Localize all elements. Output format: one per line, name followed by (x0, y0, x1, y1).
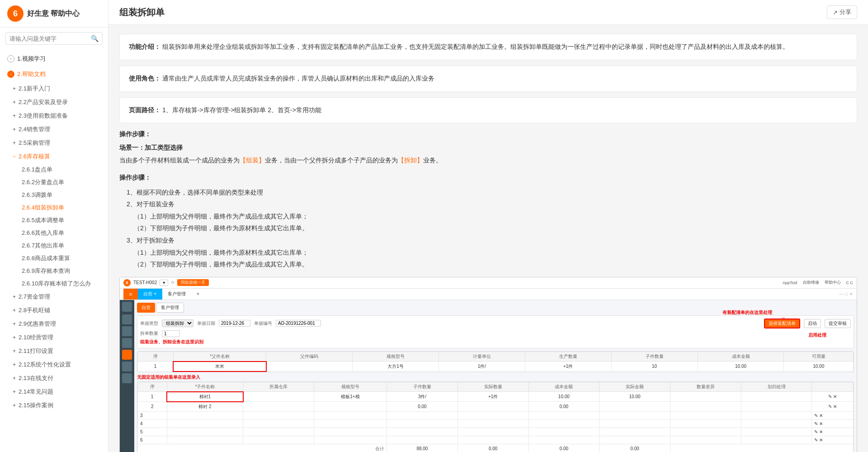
nav-section: + 1.视频学习 − 2.帮助文档 + 2.1新手入门 + 2.2产品安装及登录… (0, 49, 108, 414)
nav-toggle[interactable]: ≡ (123, 289, 138, 300)
cell-spec: 大方1号 (353, 362, 439, 371)
col-parent-name: *父件名称 (173, 352, 266, 362)
action-btn[interactable]: 启动 (804, 319, 821, 328)
lower-col-child-qty: 子件数量 (387, 382, 458, 392)
sidebar-item-22-label: 2.2产品安装及登录 (19, 98, 68, 106)
arrow-icon: → (780, 314, 786, 321)
role-label: 使用角色： (129, 75, 160, 82)
tab-more[interactable]: + (191, 289, 205, 300)
sub-label: 拆单数量 (140, 330, 158, 337)
form-area: 有装配清单的在这里处理 → 单据类型 组装拆卸 单据日期 单据编号 (137, 315, 854, 348)
sidebar-item-265[interactable]: 2.6.5成本调整单 (0, 214, 108, 227)
sidebar-item-269[interactable]: 2.6.9库存账本查询 (0, 265, 108, 277)
sidebar-item-212[interactable]: + 2.12系统个性化设置 (0, 358, 108, 371)
lower-table-wrap: 序 *子件名称 所属仓库 规格型号 子件数量 实际数量 成本金额 实际金额 数量 (137, 381, 854, 452)
logo-icon: 6 (7, 5, 24, 22)
tab-customer[interactable]: 客户管理 (162, 289, 191, 300)
footer-total3: 0.00 (528, 444, 599, 452)
submit-btn[interactable]: 提交审核 (825, 319, 851, 328)
plus-icon: + (13, 362, 16, 368)
promo-btn[interactable]: 同款游戏一天 (177, 279, 209, 286)
sidebar-item-27[interactable]: + 2.7资金管理 (0, 290, 108, 304)
annotation1: 有装配清单的在这里处理 (722, 309, 772, 316)
sidebar-item-268[interactable]: 2.6.8商品成本重算 (0, 252, 108, 265)
scene1-steps-title: 操作步骤： (119, 174, 857, 182)
sidebar-item-25[interactable]: + 2.5采购管理 (0, 136, 108, 150)
sidebar-item-2610[interactable]: 2.6.10库存账本错了怎么办 (0, 277, 108, 290)
sidebar-icon-3[interactable] (122, 326, 132, 336)
close-icon[interactable]: ✕ (849, 292, 853, 296)
type-label: 单据类型 (140, 320, 158, 327)
sidebar-icon-6[interactable] (122, 362, 132, 371)
share-button[interactable]: ↗ 分享 (827, 5, 857, 19)
sidebar-docs-label: 2.帮助文档 (17, 70, 46, 78)
sidebar-icon-4[interactable] (122, 338, 132, 348)
self-service-link[interactable]: 自助维修 (803, 280, 819, 285)
search-input[interactable] (9, 35, 91, 42)
sidebar-item-29[interactable]: + 2.9优惠券管理 (0, 317, 108, 331)
sidebar-item-23[interactable]: + 2.3使用前数据准备 (0, 109, 108, 123)
table-row: 1 棉衬1 模板1+模 3件/ +1件 10.00 10.00 (138, 392, 854, 402)
table-row: 6✎ ✕ (138, 436, 854, 444)
minus-icon: − (13, 153, 16, 160)
sidebar-header: 6 好生意 帮助中心 (0, 0, 108, 28)
sidebar-item-24[interactable]: + 2.4销售管理 (0, 123, 108, 136)
tab-close-icon[interactable]: ✕ (154, 292, 157, 296)
date-input[interactable] (219, 320, 250, 327)
sidebar-item-26-label: 2.6库存核算 (19, 152, 50, 161)
subtab-local-cache[interactable]: 自营 (137, 303, 155, 313)
sidebar-icon-1[interactable] (122, 302, 132, 312)
sidebar-item-210[interactable]: + 2.10经营管理 (0, 331, 108, 344)
no-input[interactable] (276, 320, 321, 327)
sidebar-item-21[interactable]: + 2.1新手入门 (0, 82, 108, 95)
sidebar-item-24-label: 2.4销售管理 (19, 125, 50, 133)
sidebar-item-214[interactable]: + 2.14常见问题 (0, 385, 108, 399)
cell-child-qty: 10 (611, 362, 698, 371)
user-icon[interactable]: C C (846, 281, 854, 285)
sidebar-item-261[interactable]: 2.6.1盘点单 (0, 163, 108, 176)
sidebar-item-263[interactable]: 2.6.3调拨单 (0, 189, 108, 201)
sidebar-item-264[interactable]: 2.6.4组装拆卸单 (0, 201, 108, 214)
sidebar-item-videos[interactable]: + 1.视频学习 (0, 51, 108, 67)
lower-cell-ops[interactable]: ✎ ✕ (812, 392, 854, 402)
logo-text: 好生意 帮助中心 (27, 9, 80, 19)
sidebar-item-21-label: 2.1新手入门 (19, 85, 50, 93)
help-link[interactable]: 帮助中心 (825, 280, 841, 285)
footer-total1: 88.00 (387, 444, 458, 452)
path-card: 页面路径： 1、库存核算->库存管理->组装拆卸单 2、首页->常用功能 (119, 97, 857, 124)
sidebar-icon-5-active[interactable] (122, 350, 132, 360)
lower-table-body: 1 棉衬1 模板1+模 3件/ +1件 10.00 10.00 (138, 392, 854, 444)
minimize-icon[interactable]: — (840, 292, 844, 296)
sidebar-item-28[interactable]: + 2.8手机旺铺 (0, 304, 108, 317)
no-label: 单据编号 (254, 320, 272, 327)
sidebar-item-215[interactable]: + 2.15操作案例 (0, 399, 108, 412)
sidebar-item-26[interactable]: − 2.6库存核算 (0, 150, 108, 163)
tab-zying[interactable]: 自营 ✕ (138, 289, 162, 300)
subtab-other-cache[interactable]: 客户管理 (156, 303, 184, 313)
search-box[interactable]: 🔍 (5, 32, 103, 45)
apptool-link[interactable]: AppTool (783, 281, 797, 285)
search-icon[interactable]: 🔍 (91, 35, 99, 42)
refresh-icon: ⟳ (171, 280, 175, 285)
sidebar-item-22[interactable]: + 2.2产品安装及登录 (0, 95, 108, 109)
sidebar-item-23-label: 2.3使用前数据准备 (19, 112, 68, 120)
sidebar-item-213[interactable]: + 2.13在线支付 (0, 371, 108, 385)
col-spec: 规格型号 (353, 352, 439, 362)
sidebar-icon-2[interactable] (122, 314, 132, 324)
sidebar-item-211[interactable]: + 2.11打印设置 (0, 344, 108, 358)
maximize-icon[interactable]: □ (845, 292, 848, 296)
sidebar-item-262[interactable]: 2.6.2分量盘点单 (0, 176, 108, 189)
lower-col-ops (812, 382, 854, 392)
sidebar-item-docs[interactable]: − 2.帮助文档 (0, 67, 108, 82)
sidebar-item-267[interactable]: 2.6.7其他出库单 (0, 239, 108, 252)
table-row: 1 米米 大方1号 1件/ +1件 10 10.00 10.00 (138, 362, 854, 371)
sidebar-item-266[interactable]: 2.6.6其他入库单 (0, 227, 108, 239)
plus-icon: + (13, 113, 16, 119)
cell-cost: 10.00 (698, 362, 784, 371)
form-row1: 单据类型 组装拆卸 单据日期 单据编号 选择装配清单 启动 提交审核 (140, 319, 851, 328)
sub-input[interactable] (162, 330, 180, 337)
sidebar-icon-7[interactable] (122, 373, 132, 383)
minus-icon: − (7, 71, 14, 78)
share-icon: ↗ (833, 9, 838, 16)
type-select[interactable]: 组装拆卸 (162, 319, 193, 327)
